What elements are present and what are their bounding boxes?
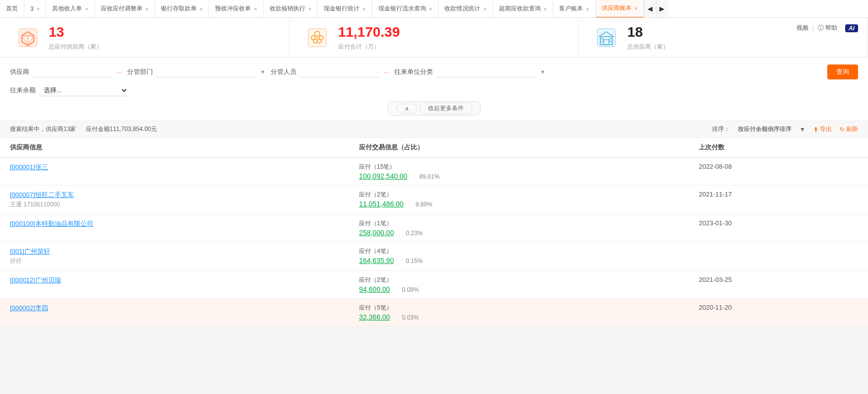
nav-tab-home[interactable]: 首页 [0,0,24,18]
supplier-link[interactable]: [000012]广州贝瑞 [10,276,61,284]
nav-tab-receipt-stats[interactable]: 收款情况统计 × [438,0,493,18]
tx-amount-row: 164,635.900.15% [359,256,679,264]
tx-amount[interactable]: 32,366.00 [359,313,390,321]
tx-amount-row: 32,366.000.03% [359,312,679,321]
supplier-table: 供应商信息 应付交易信息（占比） 上次付数 [000001]张三应付（15笔）1… [0,138,868,327]
supplier-link[interactable]: [001]广州荣轩 [10,248,50,255]
nav-tab-prepay[interactable]: 预收冲应收单 × [209,0,263,18]
col-last-payment: 上次付数 [689,138,868,157]
tx-amount[interactable]: 11,051,486.00 [359,200,404,208]
supplier-link[interactable]: [000001]张三 [10,163,48,171]
nav-tab-adjustment[interactable]: 应收应付调整单 × [95,0,155,18]
result-info: 搜索结果中，供应商13家 应付金额111,703,854.00元 [10,125,165,133]
nav-prev-arrow[interactable]: ◀ [644,0,656,18]
query-button[interactable]: 查询 [827,65,858,79]
unit-category-arrow-icon[interactable]: ▼ [540,69,546,75]
table-row: [000002]李四应付（5笔）32,366.000.03%2020-11-20 [0,299,868,327]
help-link[interactable]: ⓘ 帮助 [818,24,837,32]
stats-bar: 13 总应付供应商（家） 11,170.39 应付合计（万） [0,18,868,58]
video-link[interactable]: 视频 [796,24,808,32]
table-row: [000001]张三应付（15笔）100,092,540.0089.61%202… [0,157,868,186]
tx-amount[interactable]: 94,600.00 [359,285,390,293]
nav-tab-overdue[interactable]: 超期应收款查询 × [493,0,553,18]
nav-tab-prepay-label: 预收冲应收单 [215,4,251,13]
nav-tab-other-income[interactable]: 其他收入单 × [46,0,94,18]
transaction-info-cell: 应付（15笔）100,092,540.0089.61% [349,157,689,186]
close-icon[interactable]: × [200,6,203,12]
table-row: [000007]恒旺二手叉车王通 17106110000应付（2笔）11,051… [0,186,868,214]
top-navigation: 首页 3 × 其他收入单 × 应收应付调整单 × 银行存取款单 × 预收冲应收单… [0,0,868,18]
tx-label: 应付（5笔） [359,304,679,312]
person-dots-icon[interactable]: ··· [384,68,389,76]
nav-tab-supplier-ledger[interactable]: 供应商账本 × [596,0,644,18]
tx-amount[interactable]: 258,000.00 [359,229,394,237]
close-icon[interactable]: × [145,6,148,12]
tx-percentage: 0.23% [406,230,423,237]
transaction-info-cell: 应付（4笔）164,635.900.15% [349,242,689,271]
filter-balance-select[interactable]: 选择... [39,84,128,96]
supplier-subinfo: 仔仔 [10,257,339,265]
filter-department: 分管部门 ▼ [127,66,266,77]
nav-next-arrow[interactable]: ▶ [656,0,668,18]
supplier-info-cell: [000002]李四 [0,299,349,327]
sort-value[interactable]: 按应付余额倒序排序 [738,125,792,133]
export-button[interactable]: ⬆ 导出 [813,125,832,133]
nav-tab-cash-flow[interactable]: 现金银行流水查询 × [372,0,438,18]
supplier-link[interactable]: [000100]本特勤油品有限公司 [10,220,93,227]
filter-person: 分管人员 ··· [271,66,389,77]
close-icon[interactable]: × [483,6,486,12]
tx-amount[interactable]: 100,092,540.00 [359,172,407,180]
result-amount: 应付金额111,703,854.00元 [86,126,157,132]
tx-percentage: 0.03% [402,314,419,321]
table-row: [000100]本特勤油品有限公司应付（1笔）258,000.000.23%20… [0,214,868,242]
collapse-bar[interactable]: ∧ 收起更多条件 [10,101,858,116]
department-arrow-icon[interactable]: ▼ [260,69,266,75]
nav-tab-supplier-ledger-label: 供应商账本 [602,4,632,12]
close-icon[interactable]: × [37,6,40,12]
supplier-link[interactable]: [000007]恒旺二手叉车 [10,191,74,198]
nav-tab-receipt-stats-label: 收款情况统计 [444,4,480,13]
nav-tab-receipt-exec[interactable]: 收款核销执行 × [264,0,318,18]
filter-department-input[interactable] [156,66,255,77]
nav-tab-3[interactable]: 3 × [24,0,46,18]
last-payment-date: 2023-01-30 [699,219,732,227]
tx-label: 应付（1笔） [359,219,679,228]
filter-supplier-input[interactable] [32,66,112,77]
result-bar: 搜索结果中，供应商13家 应付金额111,703,854.00元 排序： 按应付… [0,121,868,138]
chevron-down-icon[interactable]: ▼ [799,126,805,133]
nav-tab-customer-ledger[interactable]: 客户账本 × [553,0,595,18]
grain-icon [304,25,330,51]
nav-tab-cash-stats[interactable]: 现金银行统计 × [318,0,372,18]
result-summary: 搜索结果中，供应商13家 [10,126,76,132]
filter-balance: 往来余额 选择... [10,84,128,96]
ai-badge[interactable]: Ai [845,24,858,32]
close-icon[interactable]: × [635,5,638,11]
close-icon[interactable]: × [586,6,589,12]
nav-tab-adjustment-label: 应收应付调整单 [101,4,143,13]
tx-amount[interactable]: 164,635.90 [359,257,394,264]
close-icon[interactable]: × [429,6,432,12]
help-icon: ⓘ [818,24,824,31]
tx-label: 应付（4笔） [359,247,679,256]
close-icon[interactable]: × [308,6,311,12]
close-icon[interactable]: × [544,6,547,12]
transaction-info-cell: 应付（5笔）32,366.000.03% [349,299,689,327]
close-icon[interactable]: × [362,6,365,12]
stat-payable-suppliers: 13 总应付供应商（家） [0,18,289,57]
diamond-icon [15,25,41,51]
close-icon[interactable]: × [85,6,88,12]
tx-label: 应付（15笔） [359,163,679,171]
refresh-button[interactable]: ↻ 刷新 [840,125,858,133]
nav-tab-bank-deposit[interactable]: 银行存取款单 × [155,0,209,18]
filter-unit-category-input[interactable] [436,66,535,77]
last-payment-cell: 2021-03-25 [689,271,868,299]
filter-supplier: 供应商 ··· [10,66,122,77]
filter-person-input[interactable] [299,66,379,77]
filter-person-label: 分管人员 [271,67,296,76]
close-icon[interactable]: × [254,6,257,12]
shop-icon [593,25,619,51]
supplier-dots-icon[interactable]: ··· [117,68,122,76]
tx-percentage: 9.89% [416,201,433,208]
supplier-link[interactable]: [000002]李四 [10,304,48,312]
last-payment-cell: 2020-11-20 [689,299,868,327]
